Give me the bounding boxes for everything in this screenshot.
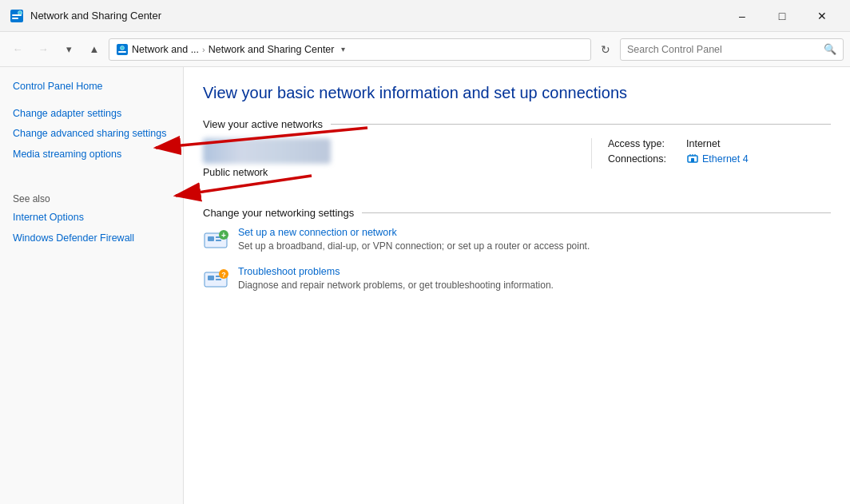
change-settings-label: Change your networking settings bbox=[203, 207, 354, 219]
svg-text:?: ? bbox=[221, 271, 226, 279]
window-title: Network and Sharing Center bbox=[30, 10, 724, 22]
access-type-value: Internet bbox=[686, 138, 720, 149]
see-also-title: See also bbox=[13, 193, 170, 204]
troubleshoot-icon: ? bbox=[203, 266, 228, 292]
access-type-row: Access type: Internet bbox=[608, 138, 831, 149]
svg-rect-11 bbox=[691, 158, 694, 162]
sidebar-item-sharing[interactable]: Change advanced sharing settings bbox=[13, 127, 170, 141]
svg-rect-2 bbox=[12, 18, 18, 19]
active-networks-label: View your active networks bbox=[203, 118, 323, 130]
troubleshoot-desc: Diagnose and repair network problems, or… bbox=[238, 280, 554, 291]
maximize-button[interactable]: □ bbox=[764, 3, 800, 29]
network-image bbox=[203, 138, 331, 164]
media-streaming-link[interactable]: Media streaming options bbox=[13, 148, 170, 162]
active-network-block: Public network Access type: Internet Con… bbox=[203, 138, 831, 191]
svg-rect-19 bbox=[208, 276, 214, 280]
troubleshoot-text: Troubleshoot problems Diagnose and repai… bbox=[238, 266, 554, 292]
change-settings-section: Change your networking settings + bbox=[203, 207, 831, 292]
page-title: View your basic network information and … bbox=[203, 83, 831, 102]
title-bar: Network and Sharing Center – □ ✕ bbox=[0, 0, 850, 32]
change-sharing-link[interactable]: Change advanced sharing settings bbox=[13, 127, 170, 141]
sidebar-item-media[interactable]: Media streaming options bbox=[13, 148, 170, 162]
sidebar-nav: Change adapter settings Change advanced … bbox=[13, 107, 170, 162]
settings-section-divider bbox=[362, 212, 831, 213]
search-box[interactable]: 🔍 bbox=[620, 38, 844, 61]
change-adapter-link[interactable]: Change adapter settings bbox=[13, 107, 170, 121]
sidebar-see-also: See also Internet Options Windows Defend… bbox=[13, 193, 170, 245]
troubleshoot-connection-icon: ? bbox=[203, 266, 228, 292]
ethernet-icon bbox=[686, 153, 699, 165]
sidebar-item-adapter[interactable]: Change adapter settings bbox=[13, 107, 170, 121]
content-area: View your basic network information and … bbox=[184, 67, 850, 504]
network-details: Access type: Internet Connections: Ether… bbox=[591, 138, 831, 169]
active-networks-header: View your active networks bbox=[203, 118, 831, 130]
firewall-link[interactable]: Windows Defender Firewall bbox=[13, 232, 170, 246]
connections-row: Connections: Ethernet 4 bbox=[608, 153, 831, 165]
back-button[interactable]: ← bbox=[6, 38, 29, 61]
svg-rect-13 bbox=[208, 236, 214, 241]
setup-icon: + bbox=[203, 227, 228, 252]
svg-point-5 bbox=[121, 46, 125, 50]
svg-rect-21 bbox=[216, 279, 221, 280]
sidebar-item-internet[interactable]: Internet Options bbox=[13, 211, 170, 225]
access-type-label: Access type: bbox=[608, 138, 680, 149]
forward-button[interactable]: → bbox=[32, 38, 54, 61]
minimize-button[interactable]: – bbox=[724, 3, 761, 29]
close-button[interactable]: ✕ bbox=[804, 3, 840, 29]
up-button[interactable]: ▲ bbox=[83, 38, 105, 61]
section-divider bbox=[331, 124, 831, 125]
internet-options-link[interactable]: Internet Options bbox=[13, 211, 170, 225]
network-info: Public network bbox=[203, 138, 591, 178]
breadcrumb[interactable]: Network and ... › Network and Sharing Ce… bbox=[109, 38, 591, 61]
troubleshoot-item: ? Troubleshoot problems Diagnose and rep… bbox=[203, 266, 831, 292]
setup-connection-icon: + bbox=[203, 227, 228, 252]
svg-rect-6 bbox=[118, 51, 126, 53]
svg-rect-15 bbox=[216, 240, 221, 241]
setup-connection-item: + Set up a new connection or network Set… bbox=[203, 227, 831, 253]
network-type: Public network bbox=[203, 167, 591, 178]
sidebar-item-home[interactable]: Control Panel Home bbox=[13, 80, 170, 94]
main-container: Control Panel Home Change adapter settin… bbox=[0, 67, 850, 504]
setup-connection-link[interactable]: Set up a new connection or network bbox=[238, 227, 590, 238]
dropdown-button[interactable]: ▾ bbox=[58, 38, 80, 61]
breadcrumb-short: Network and ... bbox=[132, 44, 199, 55]
breadcrumb-icon bbox=[116, 43, 129, 56]
control-panel-home-link[interactable]: Control Panel Home bbox=[13, 80, 170, 94]
troubleshoot-link[interactable]: Troubleshoot problems bbox=[238, 266, 554, 277]
connections-label: Connections: bbox=[608, 153, 680, 165]
svg-point-3 bbox=[18, 10, 22, 14]
refresh-button[interactable]: ↻ bbox=[594, 38, 617, 61]
app-icon bbox=[10, 9, 24, 23]
breadcrumb-current: Network and Sharing Center bbox=[209, 44, 335, 55]
breadcrumb-separator: › bbox=[202, 45, 205, 54]
sidebar: Control Panel Home Change adapter settin… bbox=[0, 67, 184, 504]
address-bar: ← → ▾ ▲ Network and ... › Network and Sh… bbox=[0, 32, 850, 67]
search-input[interactable] bbox=[627, 44, 819, 55]
search-icon: 🔍 bbox=[824, 43, 836, 55]
breadcrumb-dropdown[interactable]: ▾ bbox=[337, 38, 348, 61]
change-settings-header: Change your networking settings bbox=[203, 207, 831, 219]
sidebar-item-firewall[interactable]: Windows Defender Firewall bbox=[13, 232, 170, 246]
ethernet-link[interactable]: Ethernet 4 bbox=[702, 153, 749, 165]
setup-connection-text: Set up a new connection or network Set u… bbox=[238, 227, 590, 253]
svg-text:+: + bbox=[221, 231, 226, 240]
setup-connection-desc: Set up a broadband, dial-up, or VPN conn… bbox=[238, 240, 590, 252]
window-controls: – □ ✕ bbox=[724, 3, 840, 29]
